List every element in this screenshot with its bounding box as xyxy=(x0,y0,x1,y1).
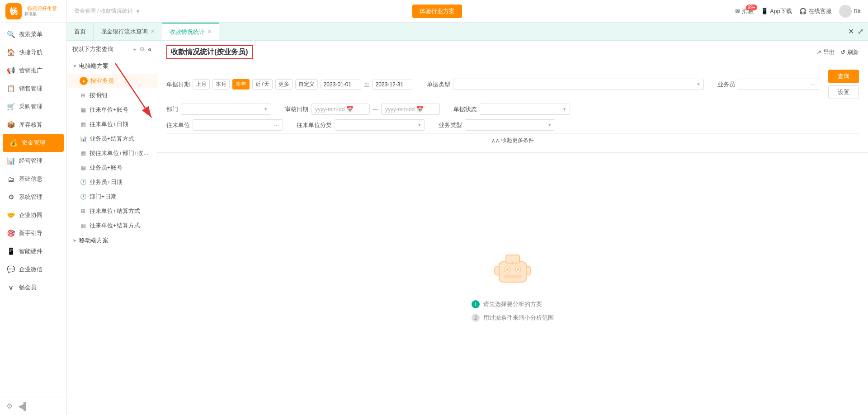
review-date-to-input[interactable]: yyyy-mm-dd 📅 xyxy=(381,104,440,115)
sidebar-item-guide[interactable]: 🎯 新手引导 xyxy=(0,224,66,242)
date-this-year-btn[interactable]: 本年 xyxy=(232,79,250,90)
export-button[interactable]: ↗ 导出 xyxy=(816,48,835,57)
scheme-item-staff-date[interactable]: 🕐 业务员+日期 xyxy=(67,175,157,189)
filter-row-2: 部门 ▾ 审核日期 yyyy-mm-dd 📅 — xyxy=(166,104,859,115)
tab-collection-close-icon[interactable]: ✕ xyxy=(208,29,212,35)
dept-date-icon: 🕐 xyxy=(80,193,87,200)
settings-button[interactable]: 设置 xyxy=(828,85,859,99)
sidebar-item-finance[interactable]: 💰 资金管理 xyxy=(3,134,64,152)
calendar-from-icon[interactable]: 📅 xyxy=(346,106,354,113)
mobile-scheme-header[interactable]: ▼ 移动端方案 xyxy=(67,233,157,248)
date-this-month-btn[interactable]: 本月 xyxy=(212,79,230,90)
scheme-settings-icon[interactable]: ⚙ xyxy=(139,46,145,53)
basic-icon: 🗂 xyxy=(6,174,15,184)
sidebar-item-sales[interactable]: 📋 销售管理 xyxy=(0,80,66,98)
collapse-filter-bar[interactable]: ∧∧ 收起更多条件 xyxy=(166,133,859,147)
counterpart-select[interactable]: ··· xyxy=(193,119,283,131)
date-to-input[interactable] xyxy=(373,80,413,90)
sidebar-item-search[interactable]: 🔍 搜索菜单 xyxy=(0,25,66,43)
left-panel-title: 按以下方案查询 xyxy=(72,45,113,53)
calendar-to-icon[interactable]: 📅 xyxy=(416,106,424,113)
date-7days-btn[interactable]: 近7天 xyxy=(252,79,273,90)
app-download-button[interactable]: 📱 App下载 xyxy=(761,7,792,15)
dept-select[interactable]: ▾ xyxy=(181,104,271,115)
scheme-item-unit-settle1[interactable]: ⊞ 往来单位+结算方式 xyxy=(67,204,157,218)
step1-num: 1 xyxy=(472,300,480,308)
scheme-item-staff-settle[interactable]: 📊 业务员+结算方式 xyxy=(67,132,157,146)
voucher-status-select[interactable]: ▾ xyxy=(480,104,570,115)
scheme-item-staff-account[interactable]: ▦ 业务员+账号 xyxy=(67,160,157,175)
sidebar-item-basic[interactable]: 🗂 基础信息 xyxy=(0,170,66,188)
desktop-scheme-group: ▼ 电脑端方案 ● 按业务员 ⊞ 按明细 ▦ 往来单位+账号 ▦ 往来单位+ xyxy=(67,58,157,233)
enterprise-icon: 🤝 xyxy=(6,211,15,220)
filter-buttons: 查询 设置 xyxy=(828,70,859,99)
user-menu[interactable]: Rit xyxy=(839,5,861,18)
mobile-group-label: 移动端方案 xyxy=(79,236,108,245)
date-last-month-btn[interactable]: 上月 xyxy=(193,79,210,90)
sidebar-item-enterprise[interactable]: 🤝 企业协同 xyxy=(0,206,66,224)
unit-settle1-icon: ⊞ xyxy=(80,208,87,215)
scheme-item-unit-dept[interactable]: ▦ 按往来单位+部门+收... xyxy=(67,146,157,160)
top-header: 资金管理 / 收款情况统计 ▾ 体验行业方案 ✉ 消息 99+ 📱 App下载 … xyxy=(67,0,868,23)
sales-icon: 📋 xyxy=(6,84,15,93)
add-scheme-icon[interactable]: + xyxy=(133,46,137,53)
sidebar-item-purchase[interactable]: 🛒 采购管理 xyxy=(0,98,66,116)
voucher-status-label: 单据状态 xyxy=(453,105,477,113)
tab-bank[interactable]: 现金银行流水查询 ✕ xyxy=(94,23,162,40)
collapse-sidebar-icon[interactable]: ◀▌ xyxy=(18,402,28,410)
sidebar-item-system[interactable]: ⚙ 系统管理 xyxy=(0,188,66,206)
date-more-btn[interactable]: 更多 xyxy=(275,79,292,90)
download-icon: 📱 xyxy=(761,8,768,14)
tab-collection[interactable]: 收款情况统计 ✕ xyxy=(162,23,219,40)
date-custom-btn[interactable]: 自定义 xyxy=(295,79,318,90)
staff-account-icon: ▦ xyxy=(80,164,87,171)
header-center: 体验行业方案 xyxy=(412,5,462,18)
counterpart-dots-icon[interactable]: ··· xyxy=(274,122,279,128)
review-date-filter: 审核日期 yyyy-mm-dd 📅 — yyyy-mm-dd 📅 xyxy=(285,104,440,115)
scheme-item-unit-settle2[interactable]: ▦ 往来单位+结算方式 xyxy=(67,218,157,233)
scheme-item-by-detail[interactable]: ⊞ 按明细 xyxy=(67,88,157,103)
left-panel-header: 按以下方案查询 + ⚙ « xyxy=(67,41,157,58)
staff-select[interactable]: ··· xyxy=(738,79,819,90)
voucher-type-chevron-icon: ▾ xyxy=(697,81,700,87)
sidebar-item-operations[interactable]: 📊 经营管理 xyxy=(0,152,66,170)
tab-home[interactable]: 首页 xyxy=(67,23,94,40)
step1-label: 请先选择要分析的方案 xyxy=(483,300,542,308)
biz-type-select[interactable]: ▾ xyxy=(465,119,555,131)
sidebar-item-inventory[interactable]: 📦 库存核算 xyxy=(0,116,66,134)
collapse-panel-icon[interactable]: « xyxy=(148,46,151,53)
sidebar-item-hardware[interactable]: 📱 智能硬件 xyxy=(0,242,66,260)
filter-row-1: 单据日期 上月 本月 本年 近7天 更多 自定义 至 单据类型 xyxy=(166,70,859,99)
sidebar-item-marketing[interactable]: 📢 营销推广 xyxy=(0,61,66,80)
review-date-from-input[interactable]: yyyy-mm-dd 📅 xyxy=(311,104,370,115)
voucher-status-chevron-icon: ▾ xyxy=(563,106,566,112)
voucher-type-select[interactable]: ▾ xyxy=(453,79,704,90)
tab-expand-button[interactable]: ⤢ xyxy=(858,27,863,36)
trial-button[interactable]: 体验行业方案 xyxy=(412,5,462,18)
left-panel: 按以下方案查询 + ⚙ « ▼ 电脑端方案 ● 按业务员 xyxy=(67,41,157,415)
query-button[interactable]: 查询 xyxy=(828,70,859,83)
desktop-scheme-header[interactable]: ▼ 电脑端方案 xyxy=(67,58,157,74)
wechat-icon: 💬 xyxy=(6,265,15,274)
sidebar-item-member[interactable]: V 畅会员 xyxy=(0,278,66,297)
settings-footer-icon[interactable]: ⚙ xyxy=(6,402,13,410)
refresh-button[interactable]: ↺ 刷新 xyxy=(840,48,859,57)
scheme-item-dept-date[interactable]: 🕐 部门+日期 xyxy=(67,189,157,204)
desktop-group-label: 电脑端方案 xyxy=(79,62,108,70)
sidebar-item-quicknav[interactable]: 🏠 快捷导航 xyxy=(0,43,66,61)
review-date-label: 审核日期 xyxy=(285,105,308,113)
system-icon: ⚙ xyxy=(6,193,15,202)
message-button[interactable]: ✉ 消息 99+ xyxy=(735,7,754,15)
tab-bank-close-icon[interactable]: ✕ xyxy=(151,28,155,34)
counterpart-type-select[interactable]: ▾ xyxy=(335,119,425,131)
scheme-item-unit-date[interactable]: ▦ 往来单位+日期 xyxy=(67,117,157,132)
filter-area: 单据日期 上月 本月 本年 近7天 更多 自定义 至 单据类型 xyxy=(157,64,868,153)
scheme-item-unit-account[interactable]: ▦ 往来单位+账号 xyxy=(67,103,157,117)
sidebar-item-wechat[interactable]: 💬 企业微信 xyxy=(0,260,66,278)
staff-dots-icon[interactable]: ··· xyxy=(810,81,815,88)
date-from-input[interactable] xyxy=(321,80,361,90)
scheme-item-by-staff[interactable]: ● 按业务员 xyxy=(67,74,157,88)
message-icon: ✉ xyxy=(735,8,740,14)
online-service-button[interactable]: 🎧 在线客服 xyxy=(799,7,832,15)
tab-close-all-button[interactable]: ✕ xyxy=(848,27,854,36)
